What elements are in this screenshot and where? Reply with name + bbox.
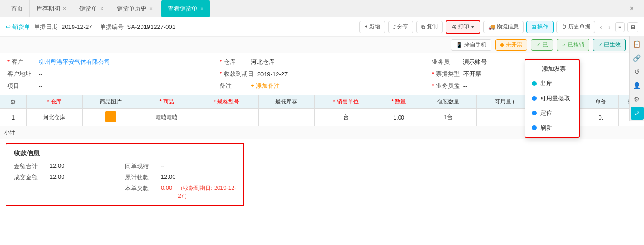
address-value: -- [39, 71, 43, 78]
op-button[interactable]: ⊞ 操作 [526, 21, 554, 33]
tab-inventory[interactable]: 库存期初 × [30, 0, 73, 17]
doc-no-label: 单据编号 SA-20191227-001 [100, 23, 176, 31]
share-icon: ⤴ [393, 24, 396, 30]
tab-view-sales[interactable]: 查看销货单 × [161, 0, 210, 17]
right-icon-link[interactable]: 🔗 [631, 51, 644, 64]
row-qty: 1.00 [378, 109, 420, 126]
history-icon: ⏱ [561, 24, 567, 30]
dot-blue-icon-3 [532, 125, 537, 130]
doc-type-label: 销货单 [12, 23, 30, 31]
remark-add[interactable]: + 添加备注 [251, 82, 280, 90]
window-close-button[interactable]: × [624, 5, 639, 13]
copy-button[interactable]: ⧉ 复制 [416, 21, 443, 33]
new-button[interactable]: + 新增 [359, 21, 385, 33]
customer-label: 客户 [7, 58, 35, 66]
check-icon: ✓ [536, 42, 541, 48]
tab-inventory-close[interactable]: × [63, 6, 66, 12]
balance-label: 本单欠款 [125, 184, 157, 200]
ticket-value: 不开票 [463, 70, 481, 78]
row-price: 0. [583, 109, 618, 126]
print-dropdown-arrow: ▼ [470, 24, 475, 29]
dropdown-out-warehouse[interactable]: 出库 [525, 76, 579, 91]
dropdown-refresh[interactable]: 刷新 [525, 120, 579, 135]
warehouse-label: 仓库 [220, 58, 247, 66]
doc-type-badge: ↩ 销货单 [6, 23, 30, 31]
history-button[interactable]: ⏱ 历史单据 [556, 21, 595, 33]
right-icon-refresh[interactable]: ↺ [631, 65, 644, 78]
deal-amount-label: 成交金额 [14, 173, 46, 182]
due-row: 收款到期日 2019-12-27 [220, 70, 424, 78]
grid-icon: ⊞ [531, 24, 536, 30]
col-gear[interactable]: ⚙ [0, 95, 27, 109]
tab-sales-close[interactable]: × [100, 6, 103, 12]
row-unit: 台 [315, 109, 378, 126]
balance-row: 本单欠款 0.00 （收款到期日: 2019-12-27） [125, 184, 236, 200]
row-warehouse: 河北仓库 [26, 109, 82, 126]
doc-meta: 单据日期 2019-12-27 单据编号 SA-20191227-001 [34, 23, 356, 31]
tab-view-sales-close[interactable]: × [200, 6, 203, 12]
total-amount-value: 12.00 [50, 162, 65, 171]
prev-arrow[interactable]: ‹ [598, 23, 604, 32]
tab-sales[interactable]: 销货单 × [73, 0, 110, 17]
total-amount-label: 金额合计 [14, 162, 46, 171]
address-label: 客户地址 [7, 70, 35, 78]
total-receipt-value: 12.00 [161, 173, 176, 182]
project-value: -- [39, 83, 43, 90]
empty-row [14, 184, 125, 200]
view-toggle-grid[interactable]: ⊟ [627, 22, 638, 32]
right-icon-gear[interactable]: ⚙ [631, 93, 644, 106]
deal-amount-value: 12.00 [50, 173, 65, 182]
customer-value[interactable]: 柳州粤港平安气体有限公司 [39, 58, 110, 66]
staff-value: 演示账号 [463, 58, 487, 66]
col-qty: * 数量 [378, 95, 420, 109]
logistics-button[interactable]: 🚚 物流信息 [483, 21, 524, 33]
print-icon: 🖨 [451, 24, 457, 30]
project-label: 项目 [7, 82, 35, 90]
row-min-stock [258, 109, 314, 126]
right-icon-user[interactable]: 👤 [631, 79, 644, 92]
col-img: 商品图片 [83, 95, 139, 109]
warehouse-row: 仓库 河北仓库 [220, 58, 424, 66]
confirm-btn[interactable]: ✓ 已 [531, 39, 553, 51]
phone-icon: 📱 [456, 42, 463, 48]
doc-date-label: 单据日期 2019-12-27 [34, 23, 92, 31]
same-settle-row: 同单现结 -- [125, 162, 236, 171]
dropdown-avail-extract[interactable]: 可用量提取 [525, 91, 579, 106]
same-settle-label: 同单现结 [125, 162, 157, 171]
payment-info-grid: 金额合计 12.00 同单现结 -- 成交金额 12.00 累计收款 12.00 [14, 162, 236, 200]
col-spec: * 规格型号 [195, 95, 258, 109]
ticket-label: 票据类型 [432, 70, 460, 78]
tab-sales-history[interactable]: 销货单历史 × [110, 0, 159, 17]
due-value: 2019-12-27 [257, 71, 288, 78]
row-no: 1 [0, 109, 27, 126]
hexiao-btn[interactable]: ✓ 已核销 [557, 39, 589, 51]
payment-info-box: 收款信息 金额合计 12.00 同单现结 -- 成交金额 12.00 累计收款 … [6, 143, 244, 206]
shengxiao-btn[interactable]: ✓ 已生效 [593, 39, 626, 51]
tick-icon: ✓ [598, 42, 603, 48]
checkbox-icon [532, 66, 538, 72]
dropdown-locate[interactable]: 定位 [525, 106, 579, 120]
dot-blue-icon-1 [532, 96, 537, 101]
tab-home[interactable]: 首页 [5, 0, 30, 17]
tab-sales-history-close[interactable]: × [149, 6, 153, 12]
due-label: 收款到期日 [220, 70, 254, 78]
right-icon-document[interactable]: 📋 [631, 38, 644, 51]
payment-info-title: 收款信息 [14, 149, 236, 158]
next-arrow[interactable]: › [606, 23, 612, 32]
from-phone-btn[interactable]: 📱 来自手机 [451, 39, 491, 51]
print-button[interactable]: 🖨 打印 ▼ [446, 20, 480, 34]
right-icon-expand[interactable]: ⤢ [631, 107, 644, 120]
deal-amount-row: 成交金额 12.00 [14, 173, 125, 182]
op-dropdown-menu: 添加发票 出库 可用量提取 定位 刷新 [525, 59, 580, 138]
pending-ticket-btn[interactable]: 未开票 [495, 39, 527, 51]
share-button[interactable]: ⤴ 分享 [388, 21, 413, 33]
col-min-stock: 最低库存 [258, 95, 314, 109]
warehouse-value: 河北仓库 [251, 58, 275, 66]
row-img [83, 109, 139, 126]
dot-blue-icon-2 [532, 111, 537, 115]
tab-inventory-label: 库存期初 [36, 5, 60, 13]
tab-bar: 首页 库存期初 × 销货单 × 销货单历史 × 查看销货单 × × [0, 0, 644, 17]
dot-cyan-icon [532, 81, 537, 86]
dropdown-add-invoice[interactable]: 添加发票 [525, 62, 579, 76]
view-toggle-list[interactable]: ≡ [615, 22, 625, 32]
